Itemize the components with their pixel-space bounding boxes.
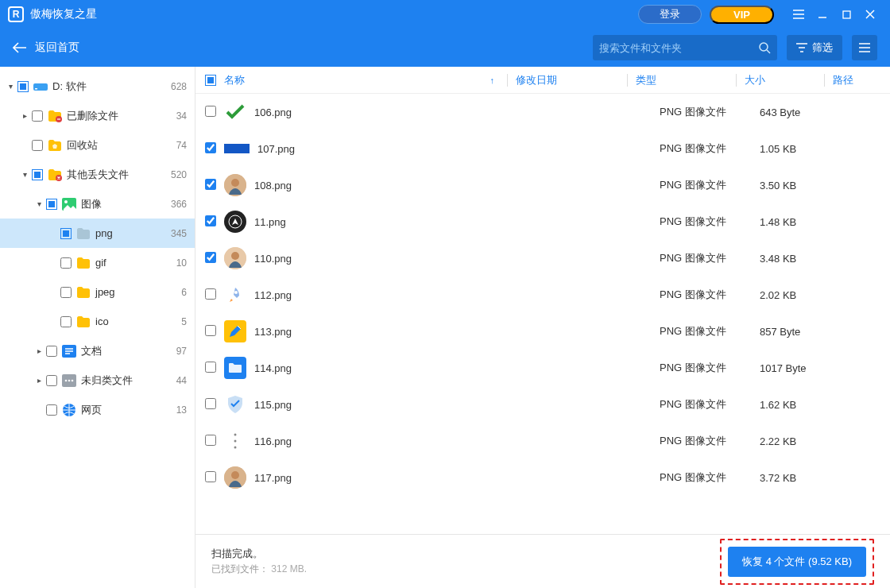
file-row[interactable]: 113.pngPNG 图像文件857 Byte (195, 313, 890, 350)
tree-checkbox[interactable] (17, 81, 29, 92)
hamburger-button[interactable] (852, 35, 877, 60)
maximize-icon[interactable] (834, 0, 858, 29)
tree-row[interactable]: ▸已删除文件34 (0, 101, 195, 130)
column-path[interactable]: 路径 (833, 73, 880, 87)
file-checkbox[interactable] (205, 398, 216, 409)
file-row[interactable]: 115.pngPNG 图像文件1.62 KB (195, 386, 890, 423)
tree-row[interactable]: ▾图像366 (0, 189, 195, 219)
tree-row[interactable]: gif10 (0, 248, 195, 277)
tree-row[interactable]: png345 (0, 219, 195, 248)
file-list[interactable]: 106.pngPNG 图像文件643 Byte107.pngPNG 图像文件1.… (195, 94, 890, 534)
expander-icon[interactable]: ▸ (33, 376, 44, 385)
file-type: PNG 图像文件 (660, 361, 760, 375)
tree-checkbox[interactable] (60, 316, 72, 327)
tree-checkbox[interactable] (46, 404, 57, 416)
file-name: 113.png (254, 326, 556, 338)
main-panel: 名称↑ 修改日期 类型 大小 路径 106.pngPNG 图像文件643 Byt… (195, 67, 890, 588)
file-checkbox[interactable] (205, 179, 216, 190)
tree-count: 34 (176, 110, 187, 122)
file-name: 107.png (257, 143, 556, 155)
tree-row[interactable]: jpeg6 (0, 277, 195, 307)
file-type: PNG 图像文件 (660, 251, 760, 265)
svg-point-22 (234, 440, 237, 443)
file-type: PNG 图像文件 (660, 397, 760, 412)
tree-checkbox[interactable] (32, 169, 43, 180)
menu-icon[interactable] (787, 0, 811, 29)
svg-point-15 (231, 179, 239, 187)
tree-row[interactable]: ▸文档97 (0, 336, 195, 366)
file-row[interactable]: 112.pngPNG 图像文件2.02 KB (195, 277, 890, 313)
found-label: 已找到文件： (211, 563, 269, 574)
file-checkbox[interactable] (205, 106, 216, 117)
file-size: 1.62 KB (760, 399, 836, 411)
tree-checkbox[interactable] (32, 140, 43, 151)
minimize-icon[interactable] (811, 0, 834, 29)
tree-label: 回收站 (67, 138, 176, 153)
tree-row[interactable]: 网页13 (0, 395, 195, 424)
tree-count: 5 (181, 316, 187, 327)
filter-button[interactable]: 筛选 (787, 35, 842, 60)
column-date[interactable]: 修改日期 (516, 73, 619, 87)
file-checkbox[interactable] (205, 435, 216, 446)
tree-row[interactable]: ▸未归类文件44 (0, 366, 195, 395)
svg-point-21 (234, 434, 237, 436)
tree-checkbox[interactable] (46, 375, 57, 386)
search-icon[interactable] (759, 42, 771, 54)
file-row[interactable]: 117.pngPNG 图像文件3.72 KB (195, 459, 890, 496)
expander-icon[interactable]: ▸ (19, 111, 30, 120)
tree-icon (76, 285, 91, 300)
file-checkbox[interactable] (205, 288, 216, 300)
expander-icon[interactable]: ▸ (33, 346, 44, 355)
file-type: PNG 图像文件 (660, 105, 760, 119)
tree-row[interactable]: ▾D: 软件628 (0, 72, 195, 101)
search-box[interactable] (593, 35, 777, 60)
status-bar: 扫描完成。 已找到文件： 312 MB. 恢复 4 个文件 (9.52 KB) (195, 534, 890, 588)
column-size[interactable]: 大小 (745, 73, 816, 87)
file-row[interactable]: 114.pngPNG 图像文件1017 Byte (195, 350, 890, 386)
back-button[interactable]: 返回首页 (13, 41, 79, 55)
file-name: 112.png (254, 289, 556, 301)
column-type[interactable]: 类型 (636, 73, 728, 87)
file-checkbox[interactable] (205, 252, 216, 263)
file-thumb (224, 211, 246, 233)
recover-button[interactable]: 恢复 4 个文件 (9.52 KB) (728, 547, 866, 577)
close-icon[interactable] (858, 0, 882, 29)
tree-checkbox[interactable] (32, 110, 43, 122)
search-input[interactable] (599, 42, 759, 54)
select-all-checkbox[interactable] (205, 75, 216, 86)
found-size: 312 MB. (271, 563, 307, 574)
file-checkbox[interactable] (205, 142, 216, 153)
tree-checkbox[interactable] (46, 346, 57, 357)
tree-checkbox[interactable] (60, 228, 72, 239)
login-button[interactable]: 登录 (638, 5, 702, 24)
file-checkbox[interactable] (205, 471, 216, 482)
file-row[interactable]: 116.pngPNG 图像文件2.22 KB (195, 423, 890, 459)
sidebar-tree[interactable]: ▾D: 软件628▸已删除文件34回收站74▾其他丢失文件520▾图像366pn… (0, 67, 195, 588)
tree-checkbox[interactable] (60, 287, 72, 298)
vip-button[interactable]: VIP (710, 6, 774, 24)
file-row[interactable]: 106.pngPNG 图像文件643 Byte (195, 94, 890, 130)
expander-icon[interactable]: ▾ (19, 170, 30, 179)
toolbar: 返回首页 筛选 (0, 29, 890, 67)
file-type: PNG 图像文件 (660, 324, 760, 338)
column-name[interactable]: 名称↑ (224, 73, 499, 87)
file-row[interactable]: 108.pngPNG 图像文件3.50 KB (195, 167, 890, 203)
tree-checkbox[interactable] (46, 199, 57, 210)
file-checkbox[interactable] (205, 215, 216, 226)
file-checkbox[interactable] (205, 325, 216, 336)
file-row[interactable]: 110.pngPNG 图像文件3.48 KB (195, 240, 890, 277)
tree-row[interactable]: 回收站74 (0, 130, 195, 160)
expander-icon[interactable]: ▾ (33, 199, 44, 208)
file-checkbox[interactable] (205, 362, 216, 373)
tree-icon (76, 256, 91, 270)
tree-row[interactable]: ▾其他丢失文件520 (0, 160, 195, 189)
svg-rect-3 (35, 88, 37, 90)
tree-row[interactable]: ico5 (0, 307, 195, 336)
back-label: 返回首页 (35, 41, 79, 55)
tree-checkbox[interactable] (60, 257, 72, 269)
file-row[interactable]: 11.pngPNG 图像文件1.48 KB (195, 203, 890, 240)
expander-icon[interactable]: ▾ (5, 82, 16, 91)
file-thumb (224, 284, 246, 306)
file-row[interactable]: 107.pngPNG 图像文件1.05 KB (195, 130, 890, 167)
file-thumb (224, 144, 250, 153)
